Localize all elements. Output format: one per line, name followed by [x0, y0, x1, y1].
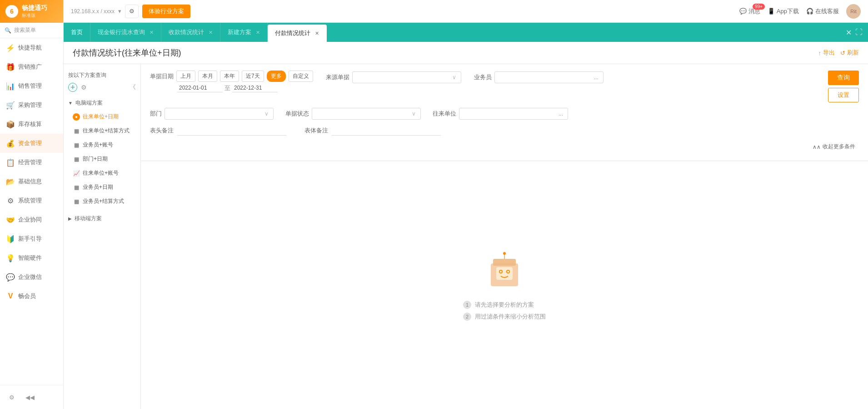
export-btn[interactable]: ↑ 导出 — [818, 49, 835, 57]
unit-ellipsis: ... — [559, 111, 563, 117]
tab-new-scheme[interactable]: 新建方案 ✕ — [220, 23, 268, 42]
scheme-settings-btn[interactable]: ⚙ — [81, 84, 87, 91]
sidebar-item-finance[interactable]: 💰 资金管理 — [0, 134, 63, 153]
date-btn-custom[interactable]: 自定义 — [289, 71, 313, 82]
sidebar-item-weixin[interactable]: 💬 企业微信 — [0, 268, 63, 287]
scheme-item-unit-payment[interactable]: ▦ 往来单位+结算方式 — [68, 124, 140, 138]
staff-input[interactable]: ... — [494, 71, 604, 83]
dept-dropdown-icon: ∨ — [264, 111, 269, 117]
sidebar-collapse-btn[interactable]: ◀◀ — [23, 390, 37, 404]
scheme-group-mobile-title[interactable]: ▶ 移动端方案 — [64, 212, 140, 225]
sidebar-item-cooperation[interactable]: 🤝 企业协同 — [0, 210, 63, 229]
tab-new-scheme-close[interactable]: ✕ — [256, 30, 260, 35]
scheme-group-desktop-title[interactable]: ▼ 电脑端方案 — [64, 96, 140, 110]
query-btn[interactable]: 查询 — [828, 71, 859, 85]
collapse-icon: ∧∧ — [813, 144, 821, 150]
topbar-right: 💬 消息 99+ 📱 App下载 🎧 在线客服 Rit — [739, 4, 861, 19]
sidebar-settings-btn[interactable]: ⚙ — [5, 390, 19, 404]
content-area: 付款情况统计(往来单位+日期) ↑ 导出 ↺ 刷新 按以下方案查询 — [64, 42, 868, 409]
quick-nav-icon: ⚡ — [6, 44, 15, 52]
unit-input[interactable]: ... — [459, 108, 568, 120]
sidebar-item-quick-nav[interactable]: ⚡ 快捷导航 — [0, 38, 63, 57]
tab-fullscreen-btn[interactable]: ⛶ — [855, 28, 863, 36]
sidebar: 6 畅捷通巧 标准版 🔍 搜索菜单 ⚡ 快捷导航 🎁 营销推广 📊 销售管理 🛒… — [0, 0, 64, 409]
scheme-item-staff-date[interactable]: ▦ 业务员+日期 — [68, 180, 140, 194]
guide-icon: 🔰 — [6, 235, 15, 243]
right-content: 单据日期 上月 本月 本年 近7天 更多 自定义 2022-01-01 — [141, 64, 868, 409]
tab-payment-stats[interactable]: 付款情况统计 ✕ — [268, 25, 327, 42]
scheme-item-dept-date[interactable]: ▦ 部门+日期 — [68, 152, 140, 166]
dept-select[interactable]: ∨ — [165, 108, 274, 120]
voucher-status-label: 单据状态 — [285, 110, 309, 118]
topbar-settings-btn[interactable]: ⚙ — [125, 5, 139, 18]
voucher-status-select[interactable]: ∨ — [312, 108, 421, 120]
tab-receipt-stats[interactable]: 收款情况统计 ✕ — [161, 23, 220, 42]
filter-settings-btn[interactable]: 设置 — [828, 88, 859, 102]
topbar-service-btn[interactable]: 🎧 在线客服 — [806, 7, 839, 15]
scheme-item-unit-account[interactable]: 📈 往来单位+账号 — [68, 166, 140, 180]
body-remark-input[interactable] — [332, 125, 441, 136]
sidebar-item-guide[interactable]: 🔰 新手引导 — [0, 229, 63, 248]
sidebar-search[interactable]: 🔍 搜索菜单 — [0, 23, 63, 38]
sidebar-item-marketing[interactable]: 🎁 营销推广 — [0, 57, 63, 76]
table-icon-3: ▦ — [73, 156, 80, 163]
source-label: 来源单据 — [326, 73, 349, 81]
date-btn-more[interactable]: 更多 — [267, 71, 286, 82]
scheme-panel-label: 按以下方案查询 — [68, 71, 106, 79]
tab-home-label: 首页 — [71, 28, 83, 36]
tabs-spacer — [327, 23, 840, 42]
sidebar-item-system[interactable]: ⚙ 系统管理 — [0, 191, 63, 210]
sidebar-search-label: 搜索菜单 — [14, 26, 36, 34]
tab-home[interactable]: 首页 — [64, 23, 90, 42]
avatar[interactable]: Rit — [846, 4, 861, 19]
sidebar-item-purchase[interactable]: 🛒 采购管理 — [0, 96, 63, 115]
staff-label: 业务员 — [474, 73, 492, 81]
topbar-msg-btn[interactable]: 💬 消息 99+ — [739, 7, 760, 15]
scheme-collapse-btn[interactable]: 《 — [130, 83, 136, 91]
topbar-dropdown-icon[interactable]: ▾ — [118, 8, 121, 15]
sidebar-item-vip[interactable]: V 畅会员 — [0, 287, 63, 306]
app-icon: 📱 — [768, 8, 775, 15]
dept-label: 部门 — [150, 110, 162, 118]
tab-close-all-btn[interactable]: ✕ — [846, 28, 852, 37]
scheme-item-staff-account[interactable]: ▦ 业务员+账号 — [68, 138, 140, 152]
date-btn-this-year[interactable]: 本年 — [220, 71, 239, 82]
topbar-app-btn[interactable]: 📱 App下载 — [768, 7, 799, 15]
page-title: 付款情况统计(往来单位+日期) — [73, 47, 181, 58]
tab-bank-flow[interactable]: 现金银行流水查询 ✕ — [90, 23, 161, 42]
refresh-btn[interactable]: ↺ 刷新 — [840, 49, 859, 57]
sidebar-item-basic[interactable]: 📂 基础信息 — [0, 172, 63, 191]
tab-bank-flow-close[interactable]: ✕ — [150, 30, 154, 35]
sidebar-item-sales[interactable]: 📊 销售管理 — [0, 76, 63, 96]
header-remark-label: 表头备注 — [150, 126, 174, 135]
scheme-add-btn[interactable]: + — [68, 83, 77, 92]
sidebar-item-hardware[interactable]: 💡 智能硬件 — [0, 248, 63, 268]
svg-point-6 — [507, 271, 509, 273]
scheme-item-staff-payment[interactable]: ▦ 业务员+结算方式 — [68, 194, 140, 208]
scheme-panel-header: 按以下方案查询 — [64, 69, 140, 82]
marketing-icon: 🎁 — [6, 63, 15, 71]
industry-btn[interactable]: 体验行业方案 — [142, 5, 190, 18]
svg-rect-1 — [493, 259, 516, 266]
date-end-input[interactable]: 2022-12-31 — [232, 84, 278, 92]
sidebar-footer: ⚙ ◀◀ — [0, 385, 63, 409]
empty-tip-2: 2 用过滤条件来缩小分析范围 — [463, 313, 546, 321]
sidebar-item-operation[interactable]: 📋 经营管理 — [0, 153, 63, 172]
topbar: 192.168.x.x / xxxx ▾ ⚙ 体验行业方案 💬 消息 99+ 📱… — [64, 0, 868, 23]
chevron-down-icon: ▼ — [68, 101, 73, 106]
header-remark-input[interactable] — [177, 125, 286, 136]
table-icon-2: ▦ — [73, 141, 80, 149]
date-btn-last-month[interactable]: 上月 — [176, 71, 195, 82]
active-scheme-icon: ● — [73, 113, 80, 121]
tab-payment-stats-close[interactable]: ✕ — [315, 30, 319, 36]
scheme-item-unit-date[interactable]: ● 往来单位+日期 — [68, 110, 140, 124]
date-btn-this-month[interactable]: 本月 — [198, 71, 217, 82]
collapse-conditions-btn[interactable]: ∧∧ 收起更多条件 — [150, 139, 859, 154]
date-start-input[interactable]: 2022-01-01 — [177, 84, 223, 92]
source-select[interactable]: ∨ — [352, 71, 461, 83]
content-body: 按以下方案查询 + ⚙ 《 ▼ 电脑端方案 ● 往来单位+日期 — [64, 64, 868, 409]
empty-state: 1 请先选择要分析的方案 2 用过滤条件来缩小分析范围 — [141, 161, 868, 409]
tab-receipt-stats-close[interactable]: ✕ — [209, 30, 213, 35]
date-btn-7days[interactable]: 近7天 — [242, 71, 264, 82]
sidebar-item-inventory[interactable]: 📦 库存核算 — [0, 115, 63, 134]
